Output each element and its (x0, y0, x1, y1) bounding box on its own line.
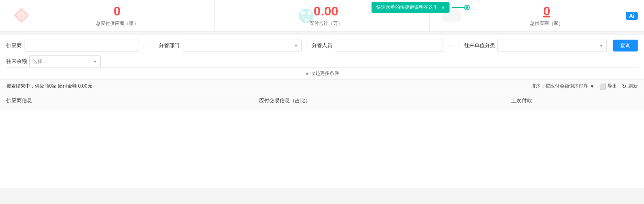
col-payable-info: 应付交易信息（占比） (259, 97, 512, 104)
refresh-icon: ↻ (622, 83, 627, 90)
balance-arrow: ▼ (90, 59, 100, 64)
total-suppliers-number: 0 (543, 4, 550, 18)
export-icon: ⬜ (599, 83, 606, 90)
filter-row-2: 往来余额 选择... ▼ (6, 55, 638, 67)
balance-label: 往来余额 (6, 58, 27, 65)
tooltip-container: 快速录单的快捷键说明在这里 × (372, 2, 469, 13)
unit-category-select[interactable]: ▼ (497, 40, 607, 51)
stat-total-payable-suppliers: ◇ 0 总应付供应商（家） (0, 0, 215, 31)
diamond-icon: ◇ (12, 6, 31, 25)
unit-category-label: 往来单位分类 (464, 42, 495, 49)
department-label: 分管部门 (159, 42, 179, 49)
department-arrow: ▼ (291, 44, 301, 48)
unit-category-arrow: ▼ (596, 44, 606, 48)
person-dots[interactable]: ··· (446, 42, 454, 49)
sort-label: 排序：按应付会额倒序排序 (531, 83, 588, 90)
collapse-label: 收起更多条件 (311, 70, 339, 77)
filter-row-1: 供应商 ··· 分管部门 ▼ 分管人员 ··· 往来单位分类 ▼ (6, 40, 638, 51)
person-label: 分管人员 (312, 42, 332, 49)
person-input[interactable] (335, 40, 444, 51)
sort-arrow-icon: ▼ (590, 84, 594, 89)
ai-badge[interactable]: Ai (626, 12, 638, 20)
total-payable-label: 总应付供应商（家） (96, 20, 139, 27)
department-select[interactable]: ▼ (182, 40, 301, 51)
refresh-button[interactable]: ↻ 刷新 (622, 83, 638, 90)
payable-total-number: 0.00 (314, 4, 338, 18)
table-section: 供应商信息 应付交易信息（占比） 上次付款 (0, 93, 644, 188)
filter-unit-category: 往来单位分类 ▼ (464, 40, 607, 51)
filter-person: 分管人员 ··· (312, 40, 454, 51)
filter-balance: 往来余额 选择... ▼ (6, 55, 125, 67)
svg-text:◇: ◇ (20, 14, 23, 18)
refresh-label: 刷新 (628, 83, 638, 90)
collapse-row: ∧ 收起更多条件 (6, 67, 638, 79)
export-label: 导出 (608, 83, 617, 90)
svg-point-6 (305, 18, 308, 21)
tooltip-box: 快速录单的快捷键说明在这里 × (372, 2, 449, 13)
filter-department: 分管部门 ▼ (159, 40, 301, 51)
total-suppliers-label: 总供应商（家） (530, 20, 563, 27)
collapse-arrow: ∧ (305, 71, 309, 76)
filter-supplier: 供应商 ··· (6, 40, 149, 51)
table-header: 供应商信息 应付交易信息（占比） 上次付款 (0, 93, 644, 109)
results-info: 搜索结果中，供应商0家 应付金额 0.00元 (6, 83, 92, 90)
table-body (0, 109, 644, 188)
export-button[interactable]: ⬜ 导出 (599, 83, 617, 90)
svg-point-4 (301, 11, 305, 15)
query-button[interactable]: 查询 (613, 40, 638, 51)
balance-placeholder: 选择... (30, 58, 90, 65)
stat-payable-total: 0.00 应付合计（万） 快速录单的快捷键说明在这里 × (215, 0, 429, 31)
results-actions: 排序：按应付会额倒序排序 ▼ ⬜ 导出 ↻ 刷新 (531, 83, 638, 90)
sep2 (307, 42, 307, 50)
col-last-payment: 上次付款 (511, 97, 638, 104)
payable-total-label: 应付合计（万） (309, 20, 343, 27)
results-bar: 搜索结果中，供应商0家 应付金额 0.00元 排序：按应付会额倒序排序 ▼ ⬜ … (0, 80, 644, 93)
filters-section: 供应商 ··· 分管部门 ▼ 分管人员 ··· 往来单位分类 ▼ (0, 35, 644, 80)
sort-button[interactable]: 排序：按应付会额倒序排序 ▼ (531, 83, 594, 90)
sep1 (154, 42, 154, 50)
supplier-dots[interactable]: ··· (141, 42, 149, 49)
collapse-button[interactable]: ∧ 收起更多条件 (305, 70, 339, 77)
tooltip-text: 快速录单的快捷键说明在这里 (376, 4, 438, 11)
balance-select[interactable]: 选择... ▼ (29, 55, 101, 67)
svg-point-7 (302, 16, 305, 18)
total-payable-number: 0 (114, 4, 121, 18)
col-supplier-info: 供应商信息 (6, 97, 259, 104)
supplier-label: 供应商 (6, 42, 22, 49)
supplier-input[interactable] (25, 40, 139, 51)
sep3 (459, 42, 459, 50)
tooltip-close-btn[interactable]: × (441, 5, 444, 10)
